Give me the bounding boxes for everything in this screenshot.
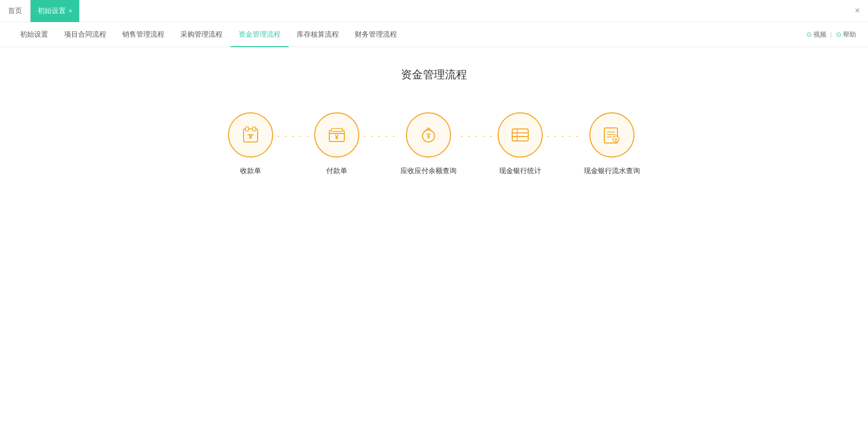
step-label-yingshouyinge: 应收应付余额查询 xyxy=(400,167,457,176)
svg-text:¥: ¥ xyxy=(249,132,253,140)
page-title: 资金管理流程 xyxy=(0,67,868,82)
top-right-controls: × xyxy=(846,0,868,22)
top-bar: 首页 初始设置 × × xyxy=(0,0,868,22)
step-circle-shoukuandan: ¥ xyxy=(228,112,273,158)
main-content: 资金管理流程 ¥ 收款单 - - - - - xyxy=(0,47,868,444)
close-tab-icon[interactable]: × xyxy=(69,8,72,15)
nav-item-xiangmuhetong[interactable]: 项目合同流程 xyxy=(56,22,114,47)
video-button[interactable]: ⊙ 视频 xyxy=(806,30,826,39)
svg-rect-2 xyxy=(253,127,256,131)
connector-4: - - - - - xyxy=(543,132,584,140)
home-tab[interactable]: 首页 xyxy=(0,0,31,22)
step-circle-fukuandan: ¥ xyxy=(314,112,359,158)
nav-item-kucunhesuan[interactable]: 库存核算流程 xyxy=(289,22,347,47)
nav-item-chushishezhi[interactable]: 初始设置 xyxy=(12,22,56,47)
svg-rect-1 xyxy=(246,127,249,131)
nav-item-caigouguanli[interactable]: 采购管理流程 xyxy=(172,22,231,47)
svg-text:¥: ¥ xyxy=(614,137,617,142)
nav-right: ⊙ 视频 | ⊙ 帮助 xyxy=(806,30,856,39)
nav-item-caiwuguanli[interactable]: 财务管理流程 xyxy=(347,22,405,47)
connector-3: - - - - - xyxy=(457,132,498,140)
step-circle-yingshouyinge: ¥ xyxy=(406,112,451,158)
step-yingshouyinge[interactable]: ¥ 应收应付余额查询 xyxy=(400,112,457,176)
help-icon: ⊙ xyxy=(836,31,841,38)
connector-2: - - - - - xyxy=(359,132,400,140)
divider: | xyxy=(830,31,832,38)
step-label-shoukuandan: 收款单 xyxy=(240,167,261,176)
step-label-fukuandan: 付款单 xyxy=(326,167,347,176)
nav-item-xiaoshouguanli[interactable]: 销售管理流程 xyxy=(114,22,172,47)
active-tab[interactable]: 初始设置 × xyxy=(31,0,80,22)
step-label-xianjinyinhang: 现金银行统计 xyxy=(499,167,541,176)
step-shoukuandan[interactable]: ¥ 收款单 xyxy=(228,112,273,176)
nav-bar: 初始设置 项目合同流程 销售管理流程 采购管理流程 资金管理流程 库存核算流程 … xyxy=(0,22,868,47)
svg-rect-9 xyxy=(512,129,528,141)
step-xianjinyinhang[interactable]: 现金银行统计 xyxy=(498,112,543,176)
close-window-icon[interactable]: × xyxy=(854,6,860,16)
help-button[interactable]: ⊙ 帮助 xyxy=(836,30,856,39)
active-tab-label: 初始设置 xyxy=(38,7,66,16)
connector-1: - - - - - xyxy=(273,132,314,140)
video-icon: ⊙ xyxy=(806,31,812,38)
flow-container: ¥ 收款单 - - - - - ¥ 付款单 - - xyxy=(0,112,868,176)
step-liushui[interactable]: ¥ 现金银行流水查询 xyxy=(584,112,640,176)
step-fukuandan[interactable]: ¥ 付款单 xyxy=(314,112,359,176)
svg-text:¥: ¥ xyxy=(335,133,339,141)
nav-item-zijinguanli[interactable]: 资金管理流程 xyxy=(231,22,289,47)
svg-rect-5 xyxy=(331,128,342,131)
step-circle-xianjinyinhang xyxy=(498,112,543,158)
step-circle-liushui: ¥ xyxy=(589,112,634,158)
step-label-liushui: 现金银行流水查询 xyxy=(584,167,640,176)
